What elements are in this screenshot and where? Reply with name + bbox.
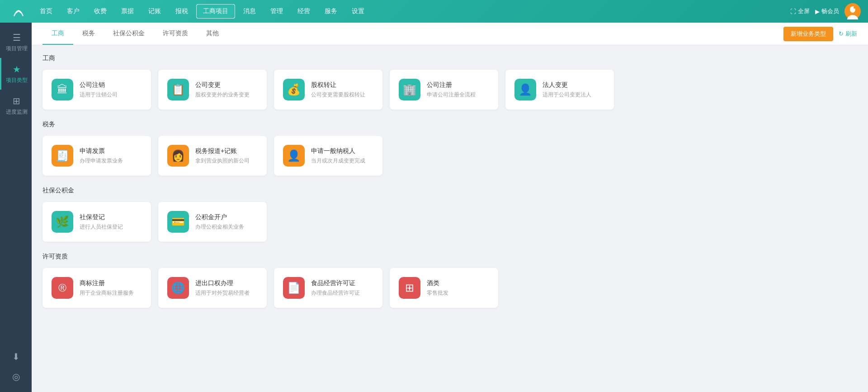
card-icon-商标注册: ® — [52, 277, 73, 299]
left-sidebar: ☰ 项目管理 ★ 项目类型 ⊞ 进度监测 ⬇ ◎ — [0, 23, 32, 392]
main-layout: ☰ 项目管理 ★ 项目类型 ⊞ 进度监测 ⬇ ◎ 工商税务社保公积金许可资质其他… — [0, 23, 868, 392]
card-desc-公司注册: 申请公司注册全流程 — [427, 91, 489, 99]
service-card-酒类[interactable]: ⊞酒类零售批发 — [390, 268, 498, 308]
service-card-进出口权办理[interactable]: 🌐进出口权办理适用于对外贸易经营者 — [158, 268, 267, 308]
card-desc-公司注销: 适用于注销公司 — [80, 91, 142, 99]
card-icon-申请一般纳税人: 👤 — [283, 145, 305, 167]
nav-item-收费[interactable]: 收费 — [88, 5, 113, 18]
section-title-社保公积金: 社保公积金 — [42, 186, 857, 195]
cards-grid-许可资质: ®商标注册用于企业商标注册服务🌐进出口权办理适用于对外贸易经营者📄食品经营许可证… — [42, 268, 857, 308]
card-text-进出口权办理: 进出口权办理适用于对外贸易经营者 — [195, 279, 258, 297]
service-card-公司变更[interactable]: 📋公司变更股权变更外的业务变更 — [158, 70, 267, 110]
sidebar-item-progress[interactable]: ⊞ 进度监测 — [0, 90, 32, 121]
star-icon: ★ — [13, 64, 21, 75]
card-title-商标注册: 商标注册 — [80, 279, 142, 287]
card-title-社保登记: 社保登记 — [80, 213, 142, 221]
card-title-申请一般纳税人: 申请一般纳税人 — [311, 147, 373, 155]
service-card-股权转让[interactable]: 💰股权转让公司变更需要股权转让 — [274, 70, 382, 110]
sidebar-item-project-type[interactable]: ★ 项目类型 — [0, 58, 32, 90]
right-actions: ⛶ 全屏 ▶ 畅会员 — [790, 3, 861, 19]
tab-税务[interactable]: 税务 — [73, 23, 104, 45]
member-btn[interactable]: ▶ 畅会员 — [815, 7, 839, 15]
tab-社保公积金[interactable]: 社保公积金 — [104, 23, 154, 45]
section-title-工商: 工商 — [42, 54, 857, 62]
nav-item-报税[interactable]: 报税 — [169, 5, 194, 18]
card-icon-食品经营许可证: 📄 — [283, 277, 305, 299]
nav-item-服务[interactable]: 服务 — [318, 5, 344, 18]
card-icon-社保登记: 🌿 — [52, 211, 73, 233]
card-title-公司变更: 公司变更 — [195, 81, 258, 89]
top-nav: 首页客户收费票据记账报税工商项目消息管理经营服务设置 ⛶ 全屏 ▶ 畅会员 — [0, 0, 868, 23]
card-desc-申请一般纳税人: 当月或次月成变更完成 — [311, 157, 373, 165]
card-title-食品经营许可证: 食品经营许可证 — [311, 279, 373, 287]
card-icon-公司注册: 🏢 — [399, 79, 420, 100]
refresh-button[interactable]: ↻ 刷新 — [839, 30, 857, 38]
cards-grid-社保公积金: 🌿社保登记进行人员社保登记💳公积金开户办理公积金相关业务 — [42, 202, 857, 242]
location-icon[interactable]: ◎ — [8, 368, 24, 385]
nav-item-消息[interactable]: 消息 — [237, 5, 262, 18]
service-card-公司注册[interactable]: 🏢公司注册申请公司注册全流程 — [390, 70, 498, 110]
service-card-申请一般纳税人[interactable]: 👤申请一般纳税人当月或次月成变更完成 — [274, 136, 382, 176]
nav-item-经营[interactable]: 经营 — [291, 5, 316, 18]
tab-许可资质[interactable]: 许可资质 — [154, 23, 197, 45]
cards-grid-工商: 🏛公司注销适用于注销公司📋公司变更股权变更外的业务变更💰股权转让公司变更需要股权… — [42, 70, 857, 110]
card-desc-公积金开户: 办理公积金相关业务 — [195, 223, 258, 231]
list-icon: ☰ — [13, 32, 21, 43]
card-desc-法人变更: 适用于公司变更法人 — [542, 91, 605, 99]
card-text-法人变更: 法人变更适用于公司变更法人 — [542, 81, 605, 99]
sidebar-bottom: ⬇ ◎ — [8, 349, 24, 385]
card-title-税务报道+记账: 税务报道+记账 — [195, 147, 258, 155]
tabs-right: 新增业务类型 ↻ 刷新 — [783, 27, 857, 41]
nav-item-首页[interactable]: 首页 — [33, 5, 59, 18]
svg-point-4 — [855, 5, 858, 9]
service-card-公积金开户[interactable]: 💳公积金开户办理公积金相关业务 — [158, 202, 267, 242]
card-title-公积金开户: 公积金开户 — [195, 213, 258, 221]
section-title-税务: 税务 — [42, 120, 857, 129]
sidebar-item-project-mgmt[interactable]: ☰ 项目管理 — [0, 26, 32, 58]
download-icon[interactable]: ⬇ — [8, 349, 24, 365]
card-desc-酒类: 零售批发 — [427, 289, 489, 297]
nav-item-记账[interactable]: 记账 — [142, 5, 167, 18]
card-text-公积金开户: 公积金开户办理公积金相关业务 — [195, 213, 258, 231]
card-text-申请发票: 申请发票办理申请发票业务 — [80, 147, 142, 165]
card-icon-申请发票: 🧾 — [52, 145, 73, 167]
tab-其他[interactable]: 其他 — [197, 23, 228, 45]
avatar[interactable] — [844, 3, 861, 19]
card-title-公司注销: 公司注销 — [80, 81, 142, 89]
nav-item-客户[interactable]: 客户 — [61, 5, 86, 18]
nav-item-设置[interactable]: 设置 — [345, 5, 371, 18]
card-title-酒类: 酒类 — [427, 279, 489, 287]
card-desc-公司变更: 股权变更外的业务变更 — [195, 91, 258, 99]
card-icon-公司变更: 📋 — [167, 79, 189, 100]
card-icon-法人变更: 👤 — [514, 79, 536, 100]
tab-工商[interactable]: 工商 — [42, 23, 73, 45]
service-card-食品经营许可证[interactable]: 📄食品经营许可证办理食品经营许可证 — [274, 268, 382, 308]
service-card-公司注销[interactable]: 🏛公司注销适用于注销公司 — [42, 70, 151, 110]
card-title-股权转让: 股权转让 — [311, 81, 373, 89]
card-title-公司注册: 公司注册 — [427, 81, 489, 89]
play-icon: ▶ — [815, 8, 820, 15]
cards-grid-税务: 🧾申请发票办理申请发票业务👩税务报道+记账拿到营业执照的新公司👤申请一般纳税人当… — [42, 136, 857, 176]
card-desc-商标注册: 用于企业商标注册服务 — [80, 289, 142, 297]
service-card-社保登记[interactable]: 🌿社保登记进行人员社保登记 — [42, 202, 151, 242]
card-text-公司变更: 公司变更股权变更外的业务变更 — [195, 81, 258, 99]
nav-item-票据[interactable]: 票据 — [115, 5, 140, 18]
service-card-税务报道+记账[interactable]: 👩税务报道+记账拿到营业执照的新公司 — [158, 136, 267, 176]
tabs-bar: 工商税务社保公积金许可资质其他 新增业务类型 ↻ 刷新 — [32, 23, 868, 45]
card-text-申请一般纳税人: 申请一般纳税人当月或次月成变更完成 — [311, 147, 373, 165]
card-desc-食品经营许可证: 办理食品经营许可证 — [311, 289, 373, 297]
nav-item-管理[interactable]: 管理 — [264, 5, 289, 18]
card-title-进出口权办理: 进出口权办理 — [195, 279, 258, 287]
service-card-法人变更[interactable]: 👤法人变更适用于公司变更法人 — [505, 70, 614, 110]
nav-item-工商项目[interactable]: 工商项目 — [196, 4, 235, 19]
scroll-content: 工商🏛公司注销适用于注销公司📋公司变更股权变更外的业务变更💰股权转让公司变更需要… — [32, 45, 868, 392]
card-icon-股权转让: 💰 — [283, 79, 305, 100]
card-title-法人变更: 法人变更 — [542, 81, 605, 89]
service-card-申请发票[interactable]: 🧾申请发票办理申请发票业务 — [42, 136, 151, 176]
card-text-酒类: 酒类零售批发 — [427, 279, 489, 297]
add-type-button[interactable]: 新增业务类型 — [783, 27, 833, 41]
refresh-icon: ↻ — [839, 30, 844, 37]
service-card-商标注册[interactable]: ®商标注册用于企业商标注册服务 — [42, 268, 151, 308]
fullscreen-btn[interactable]: ⛶ 全屏 — [790, 7, 810, 15]
nav-items: 首页客户收费票据记账报税工商项目消息管理经营服务设置 — [33, 4, 790, 19]
